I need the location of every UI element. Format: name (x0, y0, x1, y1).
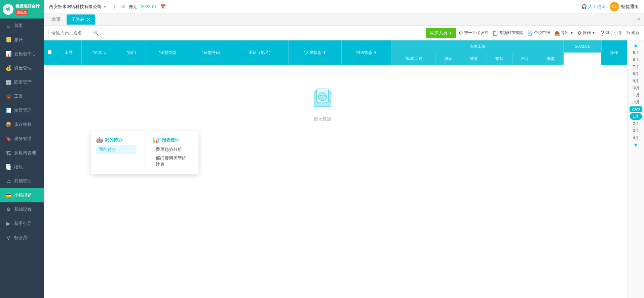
add-person-btn[interactable]: 添加人员 ▼ (426, 28, 456, 38)
dropdown-icon: ▼ (103, 5, 107, 9)
select-all-checkbox[interactable] (47, 50, 52, 54)
timeline-month-3[interactable]: 3月 (628, 127, 644, 134)
timeline-nav-down[interactable]: ▼ (633, 141, 639, 149)
close-all-btn[interactable]: ✕ (637, 17, 641, 22)
tab-salary[interactable]: 工资表 ✕ (67, 14, 95, 25)
social-security-btn[interactable]: ⚙ 统一社保设置 (459, 30, 488, 36)
th-report-status: 报送状态 ▼ (342, 40, 392, 65)
sidebar-label-home: 首页 (14, 23, 23, 29)
timeline-month-1[interactable]: 1月 (630, 113, 642, 120)
logo-sub: 旗舰版 (15, 10, 28, 15)
todo-item-label: 我的待办 (99, 147, 116, 152)
setting-icon[interactable]: ⚙ (121, 3, 125, 10)
sidebar-item-invoice[interactable]: 🧾 发票管理 (0, 103, 44, 118)
timeline-month-12[interactable]: 12月 (628, 99, 644, 106)
timeline-month-11[interactable]: 11月 (628, 92, 644, 99)
export-btn[interactable]: 📤 导出 ▼ (554, 30, 573, 36)
timeline-month-10[interactable]: 10月 (628, 85, 644, 92)
timeline-month-8[interactable]: 8月 (628, 70, 644, 77)
operations-icon: ⚙ (577, 30, 582, 36)
timeline-nav-up[interactable]: ▲ (633, 42, 639, 49)
sidebar-label-invoice: 发票管理 (14, 107, 32, 113)
search-input[interactable] (51, 30, 92, 35)
sidebar-item-home[interactable]: ⌂ 首页 (0, 19, 44, 33)
table-header-row1: 工号 *姓名 ⇅ *部门 *证型类型 *证型号码 国籍（地区） *人员状态 ▼ … (44, 40, 627, 53)
sidebar-label-ledger: 总账 (14, 37, 23, 43)
dropdown-row: 🤖 我的待办 我的待办 📊 报表统计 费用趋势分析 部门费用类型统计表 (96, 137, 193, 169)
sidebar-item-inventory[interactable]: 📦 库存核算 (0, 118, 44, 132)
timeline-month-6[interactable]: 6月 (628, 56, 644, 63)
timeline-month-9[interactable]: 9月 (628, 77, 644, 85)
refresh-btn[interactable]: ↻ 刷新 (626, 30, 639, 36)
tab-close-icon[interactable]: ✕ (86, 17, 90, 22)
empty-text: 暂无数据 (314, 116, 331, 122)
todo-item[interactable]: 我的待办 (96, 145, 137, 154)
tax-deduct-btn[interactable]: 📋 专项附加扣除 (492, 30, 523, 36)
calendar-icon[interactable]: 📅 (160, 4, 166, 9)
topbar-right: 🎧 人工咨询 CE 畅捷通组 (581, 2, 639, 11)
guide-btn[interactable]: ❓ 新手引导 (599, 30, 622, 36)
svg-rect-5 (318, 102, 327, 103)
sidebar-icon-account: 📑 (5, 164, 11, 170)
timeline-month-5[interactable]: 5月 (628, 49, 644, 56)
dropdown-menu: 🤖 我的待办 我的待办 📊 报表统计 费用趋势分析 部门费用类型统计表 (91, 131, 198, 174)
dept-expense-item[interactable]: 部门费用类型统计表 (153, 154, 193, 169)
tax-report-btn[interactable]: 🧾 个税申报 (527, 30, 550, 36)
th-status: *人员状态 ▼ (289, 40, 342, 65)
search-box[interactable]: 🔍 (48, 28, 102, 38)
todo-icon: 🤖 (96, 137, 103, 143)
user-menu[interactable]: CE 畅捷通组 (610, 2, 639, 11)
tax-deduct-icon: 📋 (492, 30, 498, 36)
sidebar-label-newguide: 新手引导 (14, 221, 32, 227)
sidebar-icon-tax: 🔖 (5, 136, 11, 142)
sidebar-icon-member: V (5, 235, 11, 241)
tab-home[interactable]: 首页 (47, 14, 65, 25)
timeline-month-7[interactable]: 7月 (628, 63, 644, 70)
expense-trend-item[interactable]: 费用趋势分析 (153, 145, 193, 154)
logo-initials: 畅 (6, 6, 10, 12)
sidebar-item-fund[interactable]: 💰 资金管理 (0, 61, 44, 75)
sidebar-item-basic[interactable]: ⚙ 基础设置 (0, 202, 44, 217)
sidebar-item-ledger[interactable]: 📒 总账 (0, 33, 44, 47)
toolbar-actions: ⚙ 统一社保设置 📋 专项附加扣除 🧾 个税申报 📤 导出 ▼ ⚙ (459, 30, 639, 36)
operations-btn[interactable]: ⚙ 操作 ▼ (577, 30, 595, 36)
sidebar-label-inventory: 库存核算 (14, 122, 32, 128)
sidebar-item-tax[interactable]: 🔖 税务管理 (0, 132, 44, 146)
sidebar-label-tax: 税务管理 (14, 136, 32, 142)
sidebar-item-account[interactable]: 📑 结账 (0, 160, 44, 174)
dropdown-divider (145, 137, 145, 169)
period-value: 2023-01 (141, 4, 157, 9)
export-icon: 📤 (554, 30, 560, 36)
th-total: 合计 (512, 53, 538, 65)
sidebar-item-newguide[interactable]: ▶ 新手引导 (0, 217, 44, 231)
dropdown-section2-header: 📊 报表统计 (153, 137, 193, 143)
add-company-btn[interactable]: ＋ (111, 3, 117, 11)
th-checkbox[interactable] (44, 40, 56, 65)
sidebar-item-salary[interactable]: 💼 工资 (0, 89, 44, 103)
company-selector[interactable]: 西安虾米网络科技有限公司 ▼ (49, 4, 107, 10)
sidebar-item-member[interactable]: V 畅会员 (0, 231, 44, 245)
timeline-month-4[interactable]: 4月 (628, 134, 644, 141)
social-security-label: 统一社保设置 (464, 30, 488, 36)
sidebar-item-archive[interactable]: 🗂 归档管理 (0, 174, 44, 188)
timeline-month-2[interactable]: 2月 (628, 120, 644, 127)
th-bonus: 津贴 (435, 53, 461, 65)
tab-salary-label: 工资表 (71, 16, 84, 23)
sidebar-label-account: 结账 (14, 164, 23, 170)
sidebar-icon-multi: 🏗 (5, 150, 11, 156)
dept-expense-label: 部门费用类型统计表 (156, 156, 186, 167)
sidebar-icon-basic: ⚙ (5, 206, 11, 212)
sidebar-item-expense[interactable]: 💳 小畅报销 (0, 188, 44, 202)
service-btn[interactable]: 🎧 人工咨询 (581, 4, 606, 10)
search-icon[interactable]: 🔍 (93, 30, 99, 36)
sidebar-label-expense: 小畅报销 (14, 192, 32, 198)
sidebar-item-multi[interactable]: 🏗 多机构管理 (0, 146, 44, 160)
sidebar-item-asset[interactable]: 🏢 固定资产 (0, 75, 44, 89)
sidebar-item-report[interactable]: 📊 云报表中心 (0, 47, 44, 61)
th-actions: 操作 (601, 40, 627, 65)
empty-icon (309, 85, 336, 112)
add-btn-label: 添加人员 (430, 30, 447, 36)
avatar: CE (610, 2, 619, 11)
th-performance: 绩效 (461, 53, 487, 65)
sidebar-icon-report: 📊 (5, 51, 11, 57)
